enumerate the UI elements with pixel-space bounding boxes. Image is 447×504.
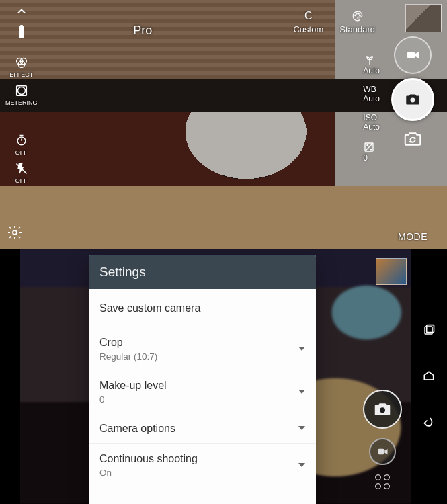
recents-icon [422, 324, 436, 337]
video-record-button[interactable] [394, 36, 432, 74]
svg-rect-20 [378, 449, 384, 454]
svg-point-11 [17, 137, 26, 145]
mode-standard[interactable]: Standard [331, 10, 383, 34]
mode-standard-label: Standard [339, 24, 375, 34]
settings-camera-panel: Settings Save custom camera Crop Regular… [0, 249, 447, 504]
chevron-down-icon [298, 463, 305, 467]
home-icon [422, 370, 436, 383]
row-sub: On [99, 468, 305, 478]
settings-row-crop[interactable]: Crop Regular (10:7) [89, 327, 316, 370]
left-bezel [0, 249, 20, 504]
back-icon [422, 415, 436, 429]
shutter-button[interactable] [363, 390, 402, 429]
gallery-thumbnail[interactable] [405, 4, 442, 32]
home-button[interactable] [421, 368, 437, 384]
timer-icon [14, 133, 29, 148]
back-button[interactable] [421, 414, 437, 430]
settings-row-camera-options[interactable]: Camera options [89, 413, 316, 444]
wb-control[interactable]: WB Auto [363, 85, 380, 103]
android-nav-bar [411, 249, 447, 504]
mode-grid-button[interactable] [375, 474, 390, 489]
exposure-icon [363, 141, 376, 153]
svg-rect-15 [407, 52, 415, 58]
battery-indicator [5, 24, 38, 39]
svg-rect-4 [19, 26, 24, 38]
flash-label: OFF [15, 177, 28, 184]
effect-icon [14, 55, 29, 70]
gallery-thumbnail[interactable] [376, 258, 407, 285]
row-title: Crop [99, 337, 305, 349]
switch-camera-icon [403, 129, 423, 149]
timer-label: OFF [15, 149, 28, 156]
timer-button[interactable]: OFF [5, 133, 38, 156]
settings-row-save-custom[interactable]: Save custom camera [89, 289, 316, 327]
iso-value: Auto [363, 122, 380, 132]
svg-point-2 [358, 13, 359, 15]
settings-sheet: Settings Save custom camera Crop Regular… [89, 255, 316, 504]
camera-icon [372, 399, 393, 419]
video-record-button[interactable] [369, 438, 396, 465]
gear-icon [7, 224, 23, 241]
effect-button[interactable]: EFFECT [5, 55, 38, 78]
svg-rect-5 [20, 25, 23, 27]
mode-custom[interactable]: C Custom [285, 10, 331, 34]
ev-value: 0 [363, 153, 368, 163]
settings-button[interactable] [7, 224, 23, 241]
svg-point-0 [355, 15, 356, 16]
flash-off-icon [14, 161, 29, 176]
mode-button[interactable]: MODE [398, 231, 428, 242]
wb-value: Auto [363, 94, 380, 103]
svg-point-14 [13, 230, 17, 235]
svg-point-1 [356, 13, 357, 15]
left-tool-column: EFFECT METERING OFF OFF [5, 4, 38, 184]
row-title: Continuous shooting [99, 453, 305, 465]
wb-pre: WB [363, 85, 376, 94]
chevron-down-icon [298, 347, 305, 351]
row-sub: 0 [99, 394, 305, 405]
flash-button[interactable]: OFF [5, 161, 38, 184]
ev-control[interactable]: 0 [363, 141, 380, 163]
settings-header: Settings [89, 255, 316, 289]
battery-icon [14, 24, 29, 39]
dot-icon [375, 474, 381, 480]
focus-control[interactable]: Auto [363, 54, 380, 75]
custom-c-icon: C [302, 10, 315, 22]
mode-label-pro: Pro [133, 24, 152, 40]
metering-icon [14, 83, 29, 98]
pro-controls-column: Auto WB Auto ISO Auto 0 [363, 54, 380, 163]
svg-point-16 [411, 98, 415, 103]
palette-icon [352, 10, 364, 22]
mode-row: Pro C Custom Standard [0, 4, 383, 40]
focus-value: Auto [363, 66, 380, 75]
metering-button[interactable]: METERING [5, 83, 38, 106]
chevron-down-icon [298, 426, 305, 430]
chevron-up-icon [14, 4, 29, 19]
switch-camera-button[interactable] [403, 129, 423, 149]
dot-icon [375, 483, 381, 489]
right-camera-column [358, 253, 407, 500]
svg-point-19 [380, 407, 385, 413]
metering-label: METERING [5, 99, 38, 106]
svg-point-3 [359, 15, 360, 16]
shutter-button[interactable] [391, 78, 434, 121]
row-title: Save custom camera [99, 302, 305, 314]
row-title: Make-up level [99, 380, 305, 392]
mode-custom-label: Custom [293, 24, 323, 34]
video-icon [376, 445, 389, 458]
dot-icon [384, 474, 390, 480]
collapse-up-button[interactable] [5, 4, 38, 19]
row-title: Camera options [99, 423, 305, 435]
effect-label: EFFECT [9, 71, 33, 78]
iso-control[interactable]: ISO Auto [363, 113, 380, 132]
settings-body[interactable]: Save custom camera Crop Regular (10:7) M… [89, 289, 316, 504]
macro-icon [363, 54, 376, 66]
iso-pre: ISO [363, 113, 377, 122]
video-icon [405, 47, 421, 63]
settings-row-continuous[interactable]: Continuous shooting On [89, 444, 316, 486]
recents-button[interactable] [421, 323, 437, 339]
svg-rect-17 [425, 327, 432, 334]
svg-rect-18 [427, 325, 434, 333]
row-sub: Regular (10:7) [99, 351, 305, 362]
settings-row-makeup[interactable]: Make-up level 0 [89, 370, 316, 413]
dot-icon [384, 483, 390, 489]
